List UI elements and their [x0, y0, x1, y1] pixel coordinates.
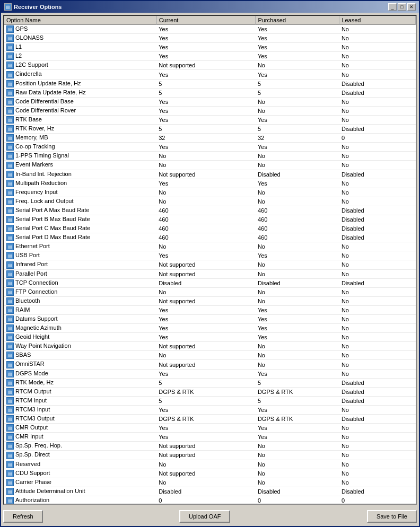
current-value-cell: Yes [156, 424, 256, 433]
current-value-cell: Not supported [156, 61, 256, 70]
current-value-cell: Not supported [156, 451, 256, 460]
current-value-cell: No [156, 161, 256, 170]
leased-value-cell: Disabled [339, 396, 416, 405]
leased-value-cell: Disabled [339, 170, 416, 179]
current-value-cell: No [156, 242, 256, 251]
leased-value-cell: No [339, 70, 416, 79]
option-name-cell: Sp.Sp. Freq. Hop. [4, 442, 156, 451]
purchased-value-cell: No [256, 287, 339, 296]
option-name-cell: Position Update Rate, Hz [4, 79, 156, 88]
table-row: RTCM3 OutputDGPS & RTKDGPS & RTKDisabled [4, 415, 416, 424]
row-icon [6, 452, 14, 459]
purchased-value-cell: Yes [256, 143, 339, 152]
leased-value-cell: Disabled [339, 125, 416, 134]
close-button[interactable]: ✕ [407, 3, 416, 11]
purchased-value-cell: 460 [256, 224, 339, 233]
leased-value-cell: No [339, 342, 416, 351]
leased-value-cell: No [339, 287, 416, 296]
option-name-cell: CDU Support [4, 469, 156, 478]
table-row: BluetoothNot supportedNoNo [4, 296, 416, 305]
current-value-cell: Disabled [156, 278, 256, 287]
option-name-cell: RTK Rover, Hz [4, 125, 156, 134]
purchased-value-cell: 460 [256, 233, 339, 242]
table-row: Memory, MB32320 [4, 134, 416, 143]
current-value-cell: Yes [156, 115, 256, 124]
table-row: CMR InputYesYesNo [4, 433, 416, 442]
table-row: Serial Port D Max Baud Rate460460Disable… [4, 233, 416, 242]
table-row: L1YesYesNo [4, 43, 416, 52]
option-name-cell: 1-PPS Timing Signal [4, 152, 156, 161]
minimize-button[interactable]: _ [388, 3, 397, 11]
purchased-value-cell: 5 [256, 125, 339, 134]
row-icon [6, 171, 14, 178]
purchased-value-cell: No [256, 460, 339, 469]
purchased-value-cell: Yes [256, 25, 339, 34]
purchased-value-cell: Yes [256, 324, 339, 333]
table-row: L2YesYesNo [4, 52, 416, 61]
row-icon [6, 234, 14, 241]
option-name-cell: In-Band Int. Rejection [4, 170, 156, 179]
table-row: Way Point NavigationNot supportedNoNo [4, 342, 416, 351]
table-row: Sp.Sp. Freq. Hop.Not supportedNoNo [4, 442, 416, 451]
option-name-cell: RTK Base [4, 115, 156, 124]
table-row: Magnetic AzimuthYesYesNo [4, 324, 416, 333]
row-icon [6, 252, 14, 259]
leased-value-cell: No [339, 433, 416, 442]
row-icon [6, 180, 14, 187]
leased-value-cell: Disabled [339, 88, 416, 97]
current-value-cell: Yes [156, 143, 256, 152]
leased-value-cell: Disabled [339, 215, 416, 224]
leased-value-cell: No [339, 260, 416, 269]
table-row: GLONASSYesYesNo [4, 34, 416, 43]
table-row: Multipath ReductionYesYesNo [4, 179, 416, 188]
current-value-cell: Not supported [156, 342, 256, 351]
col-leased: Leased [339, 16, 416, 25]
option-name-cell: RAIM [4, 305, 156, 314]
leased-value-cell: No [339, 97, 416, 106]
row-icon [6, 52, 14, 60]
current-value-cell: 460 [156, 224, 256, 233]
purchased-value-cell: Yes [256, 43, 339, 52]
row-icon [6, 461, 14, 468]
row-icon [6, 388, 14, 396]
purchased-value-cell: Yes [256, 424, 339, 433]
refresh-button[interactable]: Refresh [3, 510, 43, 523]
upload-oaf-button[interactable]: Upload OAF [179, 510, 231, 523]
current-value-cell: 5 [156, 79, 256, 88]
window-title: Receiver Options [14, 4, 62, 10]
save-to-file-button[interactable]: Save to File [367, 510, 417, 523]
row-icon [6, 433, 14, 441]
maximize-button[interactable]: □ [398, 3, 406, 11]
current-value-cell: No [156, 152, 256, 161]
current-value-cell: Yes [156, 405, 256, 414]
title-bar: ▤ Receiver Options _ □ ✕ [1, 1, 419, 13]
purchased-value-cell: No [256, 478, 339, 487]
leased-value-cell: 0 [339, 496, 416, 505]
leased-value-cell: Disabled [339, 378, 416, 387]
option-name-cell: Code Differential Base [4, 97, 156, 106]
table-row: RTK Mode, Hz55Disabled [4, 378, 416, 387]
table-row: Ethernet PortNoNoNo [4, 242, 416, 251]
leased-value-cell: Disabled [339, 415, 416, 424]
option-name-cell: Reserved [4, 460, 156, 469]
purchased-value-cell: Yes [256, 405, 339, 414]
leased-value-cell: 0 [339, 134, 416, 143]
option-name-cell: Event Markers [4, 161, 156, 170]
option-name-cell: Multipath Reduction [4, 179, 156, 188]
table-row: TCP ConnectionDisabledDisabledDisabled [4, 278, 416, 287]
current-value-cell: No [156, 351, 256, 360]
row-icon [6, 488, 14, 495]
content-area: Option Name Current Purchased Leased GPS… [1, 13, 419, 507]
option-name-cell: L1 [4, 43, 156, 52]
leased-value-cell: No [339, 34, 416, 43]
leased-value-cell: No [339, 360, 416, 369]
purchased-value-cell: No [256, 197, 339, 206]
option-name-cell: Serial Port B Max Baud Rate [4, 215, 156, 224]
leased-value-cell: No [339, 442, 416, 451]
current-value-cell: 5 [156, 88, 256, 97]
current-value-cell: Yes [156, 179, 256, 188]
current-value-cell: Yes [156, 324, 256, 333]
options-table-container[interactable]: Option Name Current Purchased Leased GPS… [3, 15, 417, 505]
window-icon: ▤ [4, 3, 12, 11]
purchased-value-cell: No [256, 242, 339, 251]
